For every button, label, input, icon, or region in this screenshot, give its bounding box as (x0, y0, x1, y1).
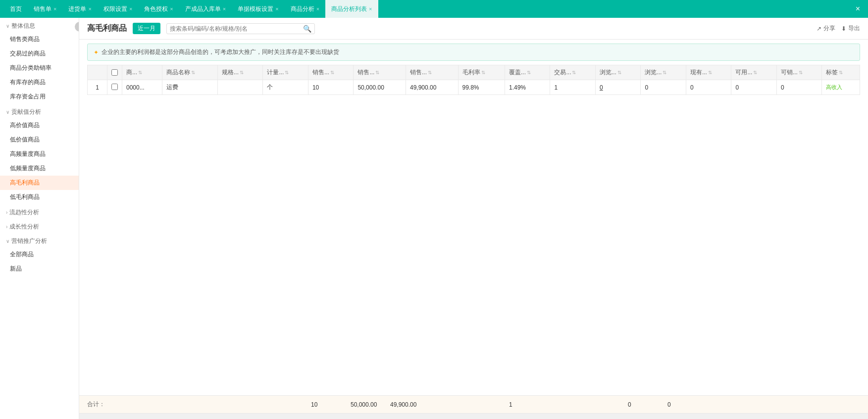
sidebar-item-stock-ratio[interactable]: 库存资金占用 (0, 90, 79, 104)
table-body: 1 0000... 运费 个 10 50,000.00 49,900.00 99… (88, 80, 860, 95)
export-button[interactable]: ⬇ 导出 (841, 24, 860, 33)
marketing-analysis-arrow: ∨ (6, 238, 9, 244)
col-coverage[interactable]: 覆盖... ⇅ (505, 65, 550, 80)
nav-order-template[interactable]: 单据模板设置 × (232, 0, 284, 18)
cell-code: 0000... (122, 80, 162, 95)
sidebar-item-traded-goods[interactable]: 交易过的商品 (0, 47, 79, 61)
cell-saleable: 0 (776, 80, 821, 95)
close-purchase-order[interactable]: × (88, 6, 91, 12)
footer-coverage (465, 401, 505, 408)
search-input[interactable] (170, 25, 303, 32)
sidebar-group-marketing-analysis[interactable]: ∨ 营销推广分析 (0, 233, 79, 247)
col-transactions[interactable]: 交易... ⇅ (550, 65, 595, 80)
share-button[interactable]: ↗ 分享 (817, 24, 835, 33)
col-name-sort[interactable]: ⇅ (191, 70, 195, 75)
sidebar-item-high-margin-goods[interactable]: 高毛利商品 (0, 176, 79, 190)
close-product-analysis-list[interactable]: × (369, 6, 372, 12)
nav-product-analysis-list[interactable]: 商品分析列表 × (325, 0, 378, 18)
nav-role-permissions[interactable]: 角色授权 × (138, 0, 179, 18)
close-sales-order[interactable]: × (53, 6, 56, 12)
col-available1-label: 现有... (690, 68, 707, 77)
col-sales-qty-sort[interactable]: ⇅ (330, 70, 334, 75)
sidebar: 《 ∨ 整体信息 销售类商品 交易过的商品 商品分类助销率 有库存的商品 库存资… (0, 18, 79, 419)
col-code-sort[interactable]: ⇅ (138, 70, 142, 75)
close-permission-settings[interactable]: × (129, 6, 132, 12)
cell-name: 运费 (162, 80, 217, 95)
close-all-tabs[interactable]: × (852, 4, 864, 13)
col-unit-sort[interactable]: ⇅ (285, 70, 289, 75)
col-margin-rate[interactable]: 毛利率 ⇅ (458, 65, 505, 80)
sidebar-item-goods-category-help[interactable]: 商品分类助销率 (0, 61, 79, 75)
nav-purchase-order[interactable]: 进货单 × (62, 0, 97, 18)
col-browse2[interactable]: 浏览... ⇅ (641, 65, 686, 80)
col-coverage-sort[interactable]: ⇅ (527, 70, 531, 75)
nav-product-entry[interactable]: 产成品入库单 × (179, 0, 232, 18)
select-all-checkbox[interactable] (111, 69, 118, 76)
cell-available1: 0 (686, 80, 731, 95)
close-role-permissions[interactable]: × (170, 6, 173, 12)
col-saleable-sort[interactable]: ⇅ (799, 70, 803, 75)
sidebar-group-trend-analysis[interactable]: › 流趋性分析 (0, 204, 79, 219)
col-sales-cost[interactable]: 销售... ⇅ (406, 65, 458, 80)
col-code[interactable]: 商... ⇅ (122, 65, 162, 80)
row-checkbox[interactable] (111, 84, 118, 90)
close-product-analysis[interactable]: × (316, 6, 319, 12)
search-icon[interactable]: 🔍 (303, 25, 311, 33)
sidebar-group-financial-analysis[interactable]: ∨ 贡献值分析 (0, 104, 79, 118)
col-sales-qty[interactable]: 销售... ⇅ (308, 65, 353, 80)
sidebar-item-low-freq-goods[interactable]: 低频量度商品 (0, 161, 79, 176)
nav-sales-order[interactable]: 销售单 × (28, 0, 62, 18)
footer-browse1 (545, 401, 584, 408)
close-product-entry[interactable]: × (223, 6, 226, 12)
sidebar-item-all-goods[interactable]: 全部商品 (0, 247, 79, 262)
col-sales-amount-label: 销售... (357, 68, 374, 77)
col-saleable[interactable]: 可销... ⇅ (776, 65, 821, 80)
sidebar-item-stocked-goods[interactable]: 有库存的商品 (0, 75, 79, 90)
col-browse1-sort[interactable]: ⇅ (617, 70, 621, 75)
col-available1-sort[interactable]: ⇅ (708, 70, 712, 75)
col-sales-cost-sort[interactable]: ⇅ (428, 70, 432, 75)
col-tag[interactable]: 标签 ⇅ (822, 65, 860, 80)
nav-product-analysis[interactable]: 商品分析 × (285, 0, 325, 18)
time-filter-button[interactable]: 近一月 (133, 23, 160, 34)
footer-cell-empty1 (109, 401, 149, 408)
cell-checkbox[interactable] (107, 80, 122, 95)
footer-cell-empty4 (228, 401, 267, 408)
cell-browse1[interactable]: 0 (595, 80, 640, 95)
col-unit[interactable]: 计量... ⇅ (263, 65, 308, 80)
sidebar-item-new-goods[interactable]: 新品 (0, 262, 79, 276)
col-browse1[interactable]: 浏览... ⇅ (595, 65, 640, 80)
col-name[interactable]: 商品名称 ⇅ (162, 65, 217, 80)
col-available1[interactable]: 现有... ⇅ (686, 65, 731, 80)
col-margin-rate-sort[interactable]: ⇅ (481, 70, 485, 75)
col-tag-sort[interactable]: ⇅ (839, 70, 843, 75)
col-sales-amount[interactable]: 销售... ⇅ (354, 65, 406, 80)
info-icon: ✦ (94, 49, 99, 56)
col-code-label: 商... (126, 68, 137, 77)
sidebar-group-growth-analysis[interactable]: › 成长性分析 (0, 219, 79, 233)
close-order-template[interactable]: × (275, 6, 278, 12)
col-available2-sort[interactable]: ⇅ (753, 70, 757, 75)
table-container[interactable]: 商... ⇅ 商品名称 ⇅ 规格... (79, 65, 868, 395)
col-browse1-label: 浏览... (600, 68, 616, 77)
footer-cell-empty5 (267, 401, 307, 408)
col-available2[interactable]: 可用... ⇅ (731, 65, 776, 80)
col-spec[interactable]: 规格... ⇅ (217, 65, 262, 80)
col-transactions-sort[interactable]: ⇅ (572, 70, 576, 75)
sidebar-item-high-freq-goods[interactable]: 高频量度商品 (0, 147, 79, 161)
sidebar-item-low-value-goods[interactable]: 低价值商品 (0, 133, 79, 147)
nav-home[interactable]: 首页 (4, 0, 28, 18)
sidebar-item-sales-goods[interactable]: 销售类商品 (0, 32, 79, 47)
sidebar-item-low-margin-goods[interactable]: 低毛利商品 (0, 190, 79, 204)
col-coverage-label: 覆盖... (509, 68, 526, 77)
cell-num: 1 (88, 80, 107, 95)
col-sales-amount-sort[interactable]: ⇅ (375, 70, 379, 75)
horizontal-scrollbar[interactable] (79, 413, 868, 419)
col-num (88, 65, 107, 80)
sidebar-item-high-value-goods[interactable]: 高价值商品 (0, 118, 79, 133)
nav-permission-settings[interactable]: 权限设置 × (98, 0, 138, 18)
col-spec-sort[interactable]: ⇅ (240, 70, 244, 75)
col-browse2-sort[interactable]: ⇅ (663, 70, 666, 75)
sidebar-group-overall-info[interactable]: ∨ 整体信息 (0, 18, 79, 32)
col-tag-label: 标签 (826, 68, 838, 77)
